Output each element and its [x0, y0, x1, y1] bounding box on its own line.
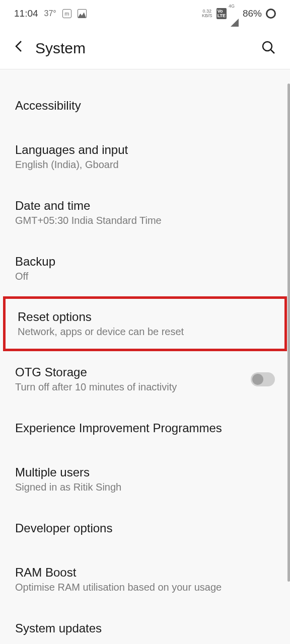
setting-languages-input[interactable]: Languages and input English (India), Gbo…	[0, 129, 290, 185]
status-temp: 37°	[44, 9, 56, 18]
otg-toggle[interactable]	[251, 372, 275, 386]
setting-title: Backup	[15, 255, 275, 269]
setting-subtitle: Off	[15, 271, 275, 282]
setting-title: Accessibility	[15, 99, 275, 113]
setting-title: Multiple users	[15, 465, 275, 479]
setting-system-updates[interactable]: System updates	[0, 607, 290, 644]
scroll-indicator[interactable]	[287, 84, 290, 582]
svg-line-1	[271, 50, 274, 53]
setting-subtitle: Signed in as Ritik Singh	[15, 481, 275, 493]
gallery-icon	[78, 9, 87, 18]
setting-subtitle: Optimise RAM utilisation based on your u…	[15, 582, 275, 593]
app-header: System	[0, 27, 290, 69]
back-icon[interactable]	[14, 39, 23, 57]
setting-subtitle: Network, apps or device can be reset	[18, 326, 272, 338]
setting-ram-boost[interactable]: RAM Boost Optimise RAM utilisation based…	[0, 551, 290, 607]
status-right: 0.32 KB/S VoLTE 4G 86%	[202, 8, 276, 19]
setting-otg-storage[interactable]: OTG Storage Turn off after 10 minutes of…	[0, 351, 290, 407]
net-speed-unit: KB/S	[202, 14, 212, 18]
setting-text: OTG Storage Turn off after 10 minutes of…	[15, 365, 177, 393]
battery-circle-icon	[266, 9, 276, 19]
setting-subtitle: GMT+05:30 India Standard Time	[15, 215, 275, 226]
setting-developer-options[interactable]: Developer options	[0, 507, 290, 551]
search-icon[interactable]	[261, 40, 276, 57]
status-time: 11:04	[14, 8, 38, 19]
volte-icon: VoLTE	[216, 8, 227, 19]
svg-point-0	[263, 42, 272, 51]
net-speed: 0.32 KB/S	[202, 9, 212, 18]
setting-title: Developer options	[15, 521, 275, 535]
setting-title: Languages and input	[15, 143, 275, 157]
setting-subtitle: English (India), Gboard	[15, 159, 275, 171]
setting-multiple-users[interactable]: Multiple users Signed in as Ritik Singh	[0, 451, 290, 507]
status-left: 11:04 37° m	[14, 8, 87, 19]
setting-backup[interactable]: Backup Off	[0, 240, 290, 296]
setting-subtitle: Turn off after 10 minutes of inactivity	[15, 381, 177, 393]
setting-date-time[interactable]: Date and time GMT+05:30 India Standard T…	[0, 185, 290, 240]
setting-title: OTG Storage	[15, 365, 177, 379]
setting-title: Experience Improvement Programmes	[15, 421, 275, 435]
battery-percent: 86%	[243, 8, 262, 19]
setting-title: Reset options	[18, 310, 272, 324]
setting-accessibility[interactable]: Accessibility	[0, 69, 290, 129]
setting-title: RAM Boost	[15, 566, 275, 580]
setting-reset-options[interactable]: Reset options Network, apps or device ca…	[3, 296, 287, 351]
status-bar: 11:04 37° m 0.32 KB/S VoLTE 4G 86%	[0, 0, 290, 27]
settings-list: Accessibility Languages and input Englis…	[0, 69, 290, 644]
page-title: System	[35, 40, 86, 57]
setting-title: Date and time	[15, 199, 275, 213]
signal-icon: 4G	[231, 9, 239, 19]
toggle-knob	[252, 374, 263, 385]
m-icon: m	[62, 9, 71, 18]
header-left: System	[14, 39, 86, 57]
setting-experience-improvement[interactable]: Experience Improvement Programmes	[0, 407, 290, 451]
setting-title: System updates	[15, 621, 275, 635]
